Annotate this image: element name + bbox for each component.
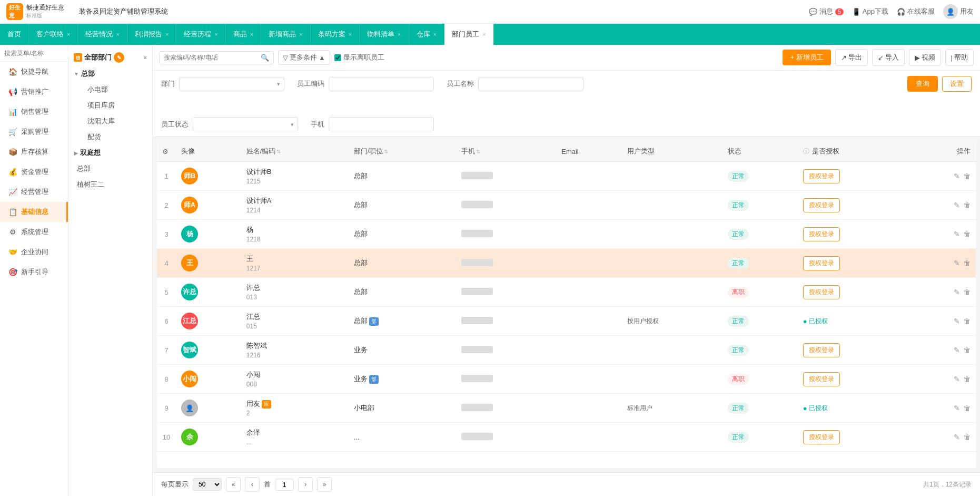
- sidebar-item-system[interactable]: ⚙ 系统管理: [0, 222, 68, 242]
- delete-icon[interactable]: 🗑: [963, 317, 971, 325]
- add-employee-button[interactable]: + 新增员工: [783, 50, 830, 65]
- edit-icon[interactable]: ✎: [954, 346, 960, 354]
- delete-icon[interactable]: 🗑: [963, 404, 971, 412]
- close-icon[interactable]: ×: [349, 31, 352, 37]
- sidebar-item-basic-info[interactable]: 📋 基础信息: [0, 202, 68, 222]
- edit-icon[interactable]: ✎: [954, 375, 960, 383]
- tab-profit[interactable]: 利润报告 ×: [127, 24, 176, 45]
- phone-col-header[interactable]: 手机 ⇅: [456, 141, 557, 162]
- close-icon[interactable]: ×: [398, 31, 401, 37]
- edit-icon[interactable]: ✎: [954, 230, 960, 238]
- show-resigned-label[interactable]: 显示离职员工: [334, 53, 384, 62]
- dept-group-double-dream[interactable]: ▶ 双庭想: [68, 145, 152, 161]
- sidebar-item-guide[interactable]: 🎯 新手引导: [0, 262, 68, 282]
- phone-input[interactable]: [329, 117, 434, 131]
- dept-select[interactable]: [179, 77, 284, 91]
- app-download-action[interactable]: 📱 App下载: [852, 7, 888, 16]
- show-resigned-checkbox[interactable]: [334, 54, 341, 61]
- view-button[interactable]: ▶ 视频: [909, 49, 941, 66]
- close-icon[interactable]: ×: [67, 31, 70, 37]
- edit-icon[interactable]: ✎: [954, 172, 960, 180]
- auth-login-button[interactable]: 授权登录: [803, 227, 840, 241]
- close-icon[interactable]: ×: [116, 31, 119, 37]
- sidebar-item-purchase[interactable]: 🛒 采购管理: [0, 122, 68, 142]
- last-page-button[interactable]: »: [317, 477, 332, 492]
- close-icon[interactable]: ×: [250, 31, 253, 37]
- settings-col-header[interactable]: ⚙: [157, 141, 176, 162]
- dept-col-header[interactable]: 部门/职位 ⇅: [349, 141, 456, 162]
- prev-page-button[interactable]: ‹: [245, 477, 260, 492]
- next-page-button[interactable]: ›: [298, 477, 313, 492]
- online-service-action[interactable]: 🎧 在线客服: [897, 7, 935, 16]
- tab-operations[interactable]: 经营情况 ×: [78, 24, 127, 45]
- set-button[interactable]: 设置: [942, 76, 972, 92]
- tab-bom[interactable]: 物料清单 ×: [360, 24, 409, 45]
- close-icon[interactable]: ×: [165, 31, 169, 37]
- first-page-button[interactable]: «: [226, 477, 241, 492]
- close-icon[interactable]: ×: [299, 31, 302, 37]
- dept-item-project-room[interactable]: 项目库房: [79, 98, 152, 113]
- delete-icon[interactable]: 🗑: [963, 201, 971, 209]
- delete-icon[interactable]: 🗑: [963, 288, 971, 296]
- dept-group-corp[interactable]: ▼ 总部: [68, 66, 152, 82]
- tab-goods[interactable]: 商品 ×: [226, 24, 261, 45]
- import-button[interactable]: ↙ 导入: [872, 49, 905, 66]
- auth-login-button[interactable]: 授权登录: [803, 430, 840, 444]
- tab-add-goods[interactable]: 新增商品 ×: [261, 24, 310, 45]
- delete-icon[interactable]: 🗑: [963, 375, 971, 383]
- delete-icon[interactable]: 🗑: [963, 172, 971, 180]
- close-icon[interactable]: ×: [482, 31, 486, 37]
- message-action[interactable]: 💬 消息 5: [809, 7, 844, 16]
- dept-item-plant-king2[interactable]: 植树王二: [68, 177, 152, 192]
- emp-code-input[interactable]: [329, 77, 434, 91]
- query-button[interactable]: 查询: [907, 76, 938, 92]
- edit-icon[interactable]: ✎: [954, 259, 960, 267]
- search-emp-input[interactable]: [164, 54, 259, 61]
- edit-icon[interactable]: ✎: [954, 433, 960, 441]
- sidebar-item-quick-nav[interactable]: 🏠 快捷导航: [0, 62, 68, 82]
- close-icon[interactable]: ×: [433, 31, 437, 37]
- page-input[interactable]: [275, 479, 294, 491]
- sidebar-item-inventory[interactable]: 📦 库存核算: [0, 142, 68, 162]
- user-action[interactable]: 👤 用友: [943, 4, 974, 19]
- dept-edit-button[interactable]: ✎: [114, 52, 124, 63]
- help-button[interactable]: | 帮助: [945, 49, 974, 66]
- auth-login-button[interactable]: 授权登录: [803, 169, 840, 183]
- dept-item-distribution[interactable]: 配货: [79, 129, 152, 145]
- sidebar-item-cooperation[interactable]: 🤝 企业协同: [0, 242, 68, 262]
- emp-status-select[interactable]: [193, 117, 298, 131]
- delete-icon[interactable]: 🗑: [963, 433, 971, 441]
- sidebar-item-sales[interactable]: 📊 销售管理: [0, 102, 68, 122]
- sidebar-item-finance[interactable]: 💰 资金管理: [0, 162, 68, 182]
- delete-icon[interactable]: 🗑: [963, 259, 971, 267]
- tab-warehouse[interactable]: 仓库 ×: [409, 24, 444, 45]
- page-size-select[interactable]: 50 20 100: [193, 478, 222, 491]
- dept-item-small-elec[interactable]: 小电部: [79, 82, 152, 98]
- edit-icon[interactable]: ✎: [954, 201, 960, 209]
- delete-icon[interactable]: 🗑: [963, 230, 971, 238]
- sidebar-item-operations[interactable]: 📈 经营管理: [0, 182, 68, 202]
- tab-history[interactable]: 经营历程 ×: [176, 24, 225, 45]
- tab-department-staff[interactable]: 部门员工 ×: [444, 24, 493, 45]
- tab-customer[interactable]: 客户联络 ×: [29, 24, 78, 45]
- tab-barcode[interactable]: 条码方案 ×: [311, 24, 360, 45]
- name-col-header[interactable]: 姓名/编码 ⇅: [241, 141, 349, 162]
- edit-icon[interactable]: ✎: [954, 317, 960, 325]
- auth-login-button[interactable]: 授权登录: [803, 285, 840, 299]
- dept-item-headquarters[interactable]: 总部: [68, 161, 152, 177]
- export-button[interactable]: ↗ 导出: [835, 49, 868, 66]
- auth-login-button[interactable]: 授权登录: [803, 372, 840, 386]
- dept-collapse-icon[interactable]: «: [143, 54, 147, 61]
- dept-item-shenyang[interactable]: 沈阳大库: [79, 113, 152, 129]
- auth-login-button[interactable]: 授权登录: [803, 256, 840, 270]
- auth-login-button[interactable]: 授权登录: [803, 198, 840, 212]
- tab-home[interactable]: 首页: [0, 24, 29, 45]
- edit-icon[interactable]: ✎: [954, 288, 960, 296]
- auth-login-button[interactable]: 授权登录: [803, 343, 840, 357]
- edit-icon[interactable]: ✎: [954, 404, 960, 412]
- delete-icon[interactable]: 🗑: [963, 346, 971, 354]
- close-icon[interactable]: ×: [214, 31, 217, 37]
- sidebar-item-marketing[interactable]: 📢 营销推广: [0, 82, 68, 102]
- emp-name-input[interactable]: [478, 77, 583, 91]
- more-conditions-btn[interactable]: ▽ 更多条件 ▲: [278, 50, 330, 65]
